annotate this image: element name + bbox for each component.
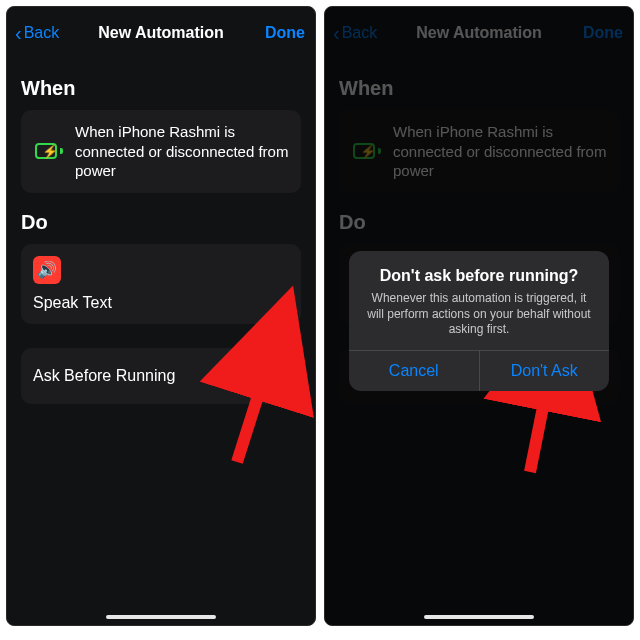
home-indicator [424, 615, 534, 619]
speak-icon: 🔊 [33, 256, 61, 284]
navbar: ‹ Back New Automation Done [7, 7, 315, 59]
when-heading: When [7, 59, 315, 110]
page-title: New Automation [98, 24, 224, 42]
ask-toggle[interactable] [241, 362, 289, 390]
alert-message: Whenever this automation is triggered, i… [363, 291, 595, 338]
battery-charging-icon: ⚡ [33, 141, 65, 161]
action-card[interactable]: 🔊 Speak Text [21, 244, 301, 324]
back-button[interactable]: ‹ Back [15, 23, 59, 43]
do-heading: Do [7, 193, 315, 244]
left-screenshot: ‹ Back New Automation Done When ⚡ When i… [6, 6, 316, 626]
dont-ask-button[interactable]: Don't Ask [479, 351, 610, 391]
ask-before-running-row: Ask Before Running [21, 348, 301, 404]
when-text: When iPhone Rashmi is connected or disco… [75, 122, 289, 181]
chevron-left-icon: ‹ [15, 23, 22, 43]
home-indicator [106, 615, 216, 619]
cancel-button[interactable]: Cancel [349, 351, 479, 391]
alert-title: Don't ask before running? [363, 267, 595, 285]
right-screenshot: ‹ Back New Automation Done When ⚡ When i… [324, 6, 634, 626]
alert-dialog: Don't ask before running? Whenever this … [349, 251, 609, 391]
done-button[interactable]: Done [265, 24, 305, 42]
back-label: Back [24, 24, 60, 42]
action-label: Speak Text [33, 294, 289, 312]
ask-label: Ask Before Running [33, 367, 175, 385]
when-card[interactable]: ⚡ When iPhone Rashmi is connected or dis… [21, 110, 301, 193]
